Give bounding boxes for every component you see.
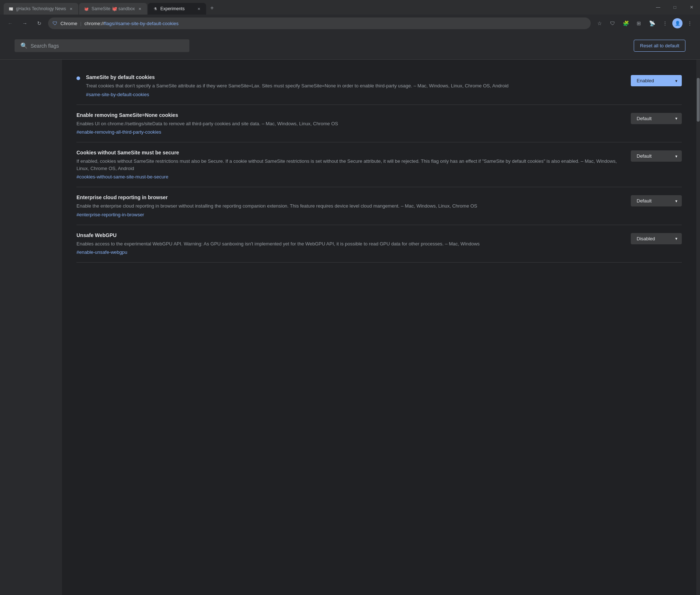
- tab-experiments-favicon: ⚗: [152, 6, 158, 12]
- url-path: flags/#same-site-by-default-cookies: [104, 21, 178, 26]
- address-bar-separator: |: [80, 21, 81, 26]
- flag-select-wrapper-webgpu: Default Enabled Disabled ▼: [631, 233, 682, 244]
- tab-experiments-close[interactable]: ✕: [196, 6, 202, 12]
- flag-item-cookies-secure: Cookies without SameSite must be secure …: [76, 142, 682, 187]
- flag-item-remove-samesite-none: Enable removing SameSite=None cookies En…: [76, 105, 682, 143]
- flag-select-webgpu[interactable]: Default Enabled Disabled: [631, 233, 682, 244]
- select-wrapper-cookies-secure: Default Enabled Disabled ▼: [631, 150, 682, 162]
- flag-link-samesite[interactable]: #same-site-by-default-cookies: [86, 92, 149, 97]
- flag-title-cookies-secure: Cookies without SameSite must be secure: [76, 150, 625, 155]
- minimize-button[interactable]: —: [650, 0, 666, 15]
- flag-description-samesite: Treat cookies that don't specify a SameS…: [86, 82, 625, 90]
- select-wrapper-samesite: Default Enabled Disabled ▼: [631, 75, 682, 86]
- nav-right-icons: ☆ 🛡 🧩 ⊞ 📡 ⋮ 👤 ⋮: [594, 17, 696, 29]
- tab-experiments[interactable]: ⚗ Experiments ✕: [148, 3, 206, 15]
- reset-all-button[interactable]: Reset all to default: [634, 40, 685, 52]
- tab-samesite-close[interactable]: ✕: [137, 6, 143, 12]
- search-input[interactable]: [31, 43, 184, 49]
- flag-title-samesite: SameSite by default cookies: [86, 74, 625, 80]
- flag-select-cookies-secure[interactable]: Default Enabled Disabled: [631, 150, 682, 162]
- search-icon: 🔍: [20, 42, 28, 49]
- flag-select-enterprise[interactable]: Default Enabled Disabled: [631, 195, 682, 206]
- content-area: SameSite by default cookies Treat cookie…: [62, 60, 696, 595]
- flag-title-remove-samesite: Enable removing SameSite=None cookies: [76, 112, 625, 118]
- sidebar: [0, 60, 62, 595]
- more-button[interactable]: ⋮: [684, 17, 696, 29]
- flag-title-highlighted: SameSite by default cookies: [86, 74, 155, 80]
- flag-description-remove-samesite: Enables UI on chrome://settings/siteData…: [76, 120, 625, 127]
- search-bar-area: 🔍 Reset all to default: [0, 32, 700, 60]
- select-wrapper-enterprise: Default Enabled Disabled ▼: [631, 195, 682, 206]
- flag-link-cookies-secure[interactable]: #cookies-without-same-site-must-be-secur…: [76, 174, 168, 180]
- tab-ghacks-favicon: 📰: [8, 6, 14, 12]
- flag-content-webgpu: Unsafe WebGPU Enables access to the expe…: [76, 232, 625, 255]
- cast-button[interactable]: 📡: [646, 17, 658, 29]
- flag-select-wrapper-samesite: Default Enabled Disabled ▼: [631, 75, 682, 86]
- flag-content-cookies-secure: Cookies without SameSite must be secure …: [76, 150, 625, 180]
- close-button[interactable]: ✕: [683, 0, 700, 15]
- refresh-button[interactable]: ↻: [34, 17, 45, 29]
- flag-content-enterprise: Enterprise cloud reporting in browser En…: [76, 194, 625, 217]
- tab-samesite-favicon: 🐙: [83, 6, 89, 12]
- flag-link-enterprise[interactable]: #enterprise-reporting-in-browser: [76, 212, 144, 217]
- flag-content-samesite: SameSite by default cookies Treat cookie…: [86, 74, 625, 97]
- flag-title-enterprise: Enterprise cloud reporting in browser: [76, 194, 625, 200]
- scrollbar-thumb[interactable]: [697, 78, 700, 122]
- extension-button[interactable]: 🧩: [620, 17, 632, 29]
- menu-button[interactable]: ⋮: [659, 17, 671, 29]
- bookmark-button[interactable]: ☆: [594, 17, 605, 29]
- flag-description-webgpu: Enables access to the experimental WebGP…: [76, 240, 625, 248]
- tab-ghacks-close[interactable]: ✕: [68, 6, 74, 12]
- address-bar-brand: Chrome: [60, 21, 77, 26]
- tabs-container: 📰 gHacks Technology News ✕ 🐙 SameSite 🐙 …: [0, 0, 217, 15]
- tab-samesite-title: SameSite 🐙 sandbox: [91, 6, 135, 11]
- flag-title-webgpu: Unsafe WebGPU: [76, 232, 625, 238]
- tab-ghacks-title: gHacks Technology News: [16, 6, 66, 11]
- flag-item-webgpu: Unsafe WebGPU Enables access to the expe…: [76, 225, 682, 263]
- maximize-button[interactable]: □: [666, 0, 683, 15]
- scrollbar-track[interactable]: [696, 60, 700, 595]
- address-bar[interactable]: 🛡 Chrome | chrome://flags/#same-site-by-…: [48, 17, 591, 29]
- tab-ghacks[interactable]: 📰 gHacks Technology News ✕: [4, 3, 78, 15]
- forward-button[interactable]: →: [19, 17, 31, 29]
- avatar-button[interactable]: 👤: [672, 18, 683, 28]
- address-bar-url: chrome://flags/#same-site-by-default-coo…: [84, 21, 179, 26]
- select-wrapper-remove-samesite: Default Enabled Disabled ▼: [631, 113, 682, 124]
- flag-content-remove-samesite: Enable removing SameSite=None cookies En…: [76, 112, 625, 135]
- main-content: SameSite by default cookies Treat cookie…: [0, 60, 700, 595]
- tab-samesite[interactable]: 🐙 SameSite 🐙 sandbox ✕: [79, 3, 147, 15]
- flag-select-remove-samesite[interactable]: Default Enabled Disabled: [631, 113, 682, 124]
- nav-bar: ← → ↻ 🛡 Chrome | chrome://flags/#same-si…: [0, 15, 700, 32]
- back-button[interactable]: ←: [4, 17, 16, 29]
- window-controls: — □ ✕: [650, 0, 700, 15]
- grid-button[interactable]: ⊞: [633, 17, 645, 29]
- shield-icon: 🛡: [52, 20, 58, 26]
- search-wrapper: 🔍: [15, 39, 189, 52]
- flag-select-wrapper-cookies-secure: Default Enabled Disabled ▼: [631, 150, 682, 162]
- new-tab-button[interactable]: +: [207, 3, 217, 13]
- flag-select-wrapper-remove-samesite: Default Enabled Disabled ▼: [631, 113, 682, 124]
- flag-item-enterprise-reporting: Enterprise cloud reporting in browser En…: [76, 187, 682, 225]
- flag-link-remove-samesite[interactable]: #enable-removing-all-third-party-cookies: [76, 129, 161, 135]
- shield-button[interactable]: 🛡: [607, 17, 618, 29]
- title-bar: 📰 gHacks Technology News ✕ 🐙 SameSite 🐙 …: [0, 0, 700, 15]
- flag-select-wrapper-enterprise: Default Enabled Disabled ▼: [631, 195, 682, 206]
- flag-select-samesite[interactable]: Default Enabled Disabled: [631, 75, 682, 86]
- flag-description-enterprise: Enable the enterprise cloud reporting in…: [76, 202, 625, 210]
- flag-description-cookies-secure: If enabled, cookies without SameSite res…: [76, 158, 625, 172]
- flag-item-samesite-by-default: SameSite by default cookies Treat cookie…: [76, 67, 682, 105]
- tab-experiments-title: Experiments: [160, 6, 194, 11]
- select-wrapper-webgpu: Default Enabled Disabled ▼: [631, 233, 682, 244]
- flag-active-dot: [76, 76, 80, 80]
- flag-link-webgpu[interactable]: #enable-unsafe-webgpu: [76, 249, 127, 255]
- url-scheme: chrome://: [84, 21, 104, 26]
